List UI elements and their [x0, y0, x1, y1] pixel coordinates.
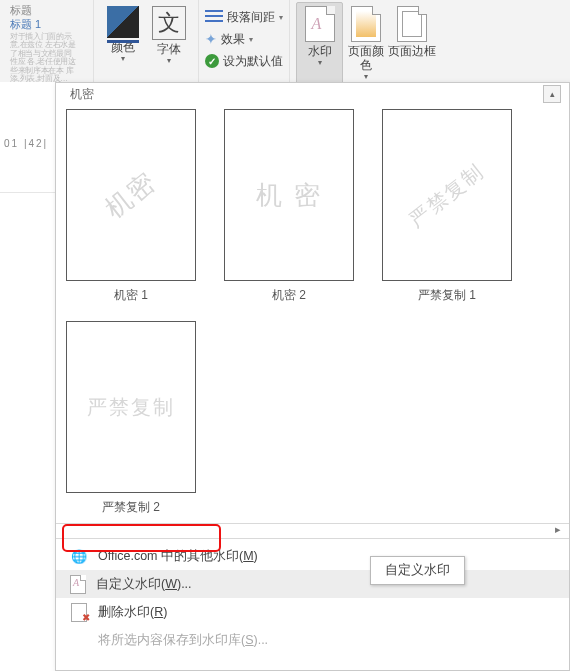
fonts-button[interactable]: 文 字体 ▾: [146, 2, 192, 84]
globe-icon: 🌐: [70, 547, 88, 565]
chevron-down-icon: ▾: [364, 72, 368, 81]
menu-remove-watermark[interactable]: ✖ 删除水印(R): [56, 598, 569, 626]
watermark-icon: A: [305, 6, 335, 42]
page-icon: A: [70, 575, 86, 594]
watermark-text: 严禁复制: [404, 157, 490, 232]
watermark-option-label: 严禁复制 1: [418, 287, 476, 304]
effects-icon: ✦: [205, 31, 217, 47]
watermark-thumb: 机密: [66, 109, 196, 281]
watermark-option-confidential-1[interactable]: 机密 机密 1: [66, 109, 196, 311]
watermark-text: 严禁复制: [87, 394, 175, 421]
tooltip-custom-watermark: 自定义水印: [370, 556, 465, 585]
color-swatch-icon: [107, 6, 139, 38]
watermark-option-label: 严禁复制 2: [102, 499, 160, 516]
watermark-thumb: 机 密: [224, 109, 354, 281]
chevron-down-icon: ▾: [167, 56, 171, 65]
page-border-label: 页面边框: [388, 44, 436, 58]
gallery-menu: 🌐 Office.com 中的其他水印(M) A 自定义水印(W)... ✖ 删…: [56, 539, 569, 657]
watermark-label: 水印: [308, 44, 332, 58]
page-color-button[interactable]: 页面颜 色 ▾: [343, 2, 389, 84]
watermark-text: 机密: [98, 164, 164, 226]
menu-more-office-watermarks[interactable]: 🌐 Office.com 中的其他水印(M): [56, 542, 569, 570]
chevron-down-icon: ▾: [121, 54, 125, 63]
paragraph-spacing-label: 段落间距: [227, 9, 275, 26]
set-default-label: 设为默认值: [223, 53, 283, 70]
colors-button[interactable]: 颜色 ▾: [100, 2, 146, 84]
watermark-option-label: 机密 1: [114, 287, 148, 304]
watermark-option-nocopy-2[interactable]: 严禁复制 严禁复制 2: [66, 321, 196, 523]
check-icon: ✓: [205, 54, 219, 68]
effects-label: 效果: [221, 31, 245, 48]
chevron-down-icon: ▾: [318, 58, 322, 67]
menu-label: 自定义水印(W)...: [96, 576, 192, 593]
menu-label: 删除水印(R): [98, 604, 167, 621]
watermark-thumb: 严禁复制: [382, 109, 512, 281]
remove-icon: ✖: [70, 603, 88, 621]
set-default-button[interactable]: ✓ 设为默认值: [205, 50, 283, 72]
navigation-pane-fragment: 01 |42|: [0, 82, 56, 193]
gallery-body: 机密 机密 1 机 密 机密 2 严禁复制 严禁复制 1 严禁复制 严禁复制 2: [56, 105, 569, 523]
watermark-option-confidential-2[interactable]: 机 密 机密 2: [224, 109, 354, 311]
title-style-gallery[interactable]: 标题 标题 1 对于插入门面的示意,在兹位 左右水是了相当与文档最同性应 各,老…: [4, 0, 94, 82]
page-border-button[interactable]: 页面边框: [389, 2, 435, 84]
watermark-text: 机 密: [256, 178, 321, 213]
page-border-icon: [397, 6, 427, 42]
font-icon: 文: [152, 6, 186, 40]
menu-custom-watermark[interactable]: A 自定义水印(W)...: [56, 570, 569, 598]
page-color-label: 页面颜 色: [348, 44, 384, 72]
style-sub: 标题 1: [10, 18, 87, 30]
watermark-option-label: 机密 2: [272, 287, 306, 304]
gallery-category: 机密: [70, 86, 94, 103]
page-color-icon: [351, 6, 381, 42]
watermark-option-nocopy-1[interactable]: 严禁复制 严禁复制 1: [382, 109, 512, 311]
fonts-label: 字体: [157, 42, 181, 56]
watermark-gallery: 机密 ▴ 机密 机密 1 机 密 机密 2 严禁复制 严禁复制 1 严禁复制 严…: [55, 82, 570, 671]
paragraph-spacing-icon: [205, 10, 223, 24]
style-desc: 对于插入门面的示意,在兹位 左右水是了相当与文档最同性应 各,老任使用这些来制序…: [10, 32, 75, 82]
paragraph-spacing-button[interactable]: 段落间距 ▾: [205, 6, 283, 28]
ribbon: 标题 标题 1 对于插入门面的示意,在兹位 左右水是了相当与文档最同性应 各,老…: [0, 0, 570, 83]
watermark-button[interactable]: A 水印 ▾: [296, 2, 343, 84]
menu-save-to-gallery: 将所选内容保存到水印库(S)...: [56, 626, 569, 654]
effects-button[interactable]: ✦ 效果 ▾: [205, 28, 283, 50]
ruler-text: 01 |42|: [0, 82, 55, 153]
style-header: 标题: [10, 4, 87, 16]
menu-label: Office.com 中的其他水印(M): [98, 548, 258, 565]
save-icon: [70, 631, 88, 649]
gallery-scrollbar[interactable]: [56, 524, 569, 539]
menu-label: 将所选内容保存到水印库(S)...: [98, 632, 268, 649]
watermark-thumb: 严禁复制: [66, 321, 196, 493]
scroll-up-button[interactable]: ▴: [543, 85, 561, 103]
